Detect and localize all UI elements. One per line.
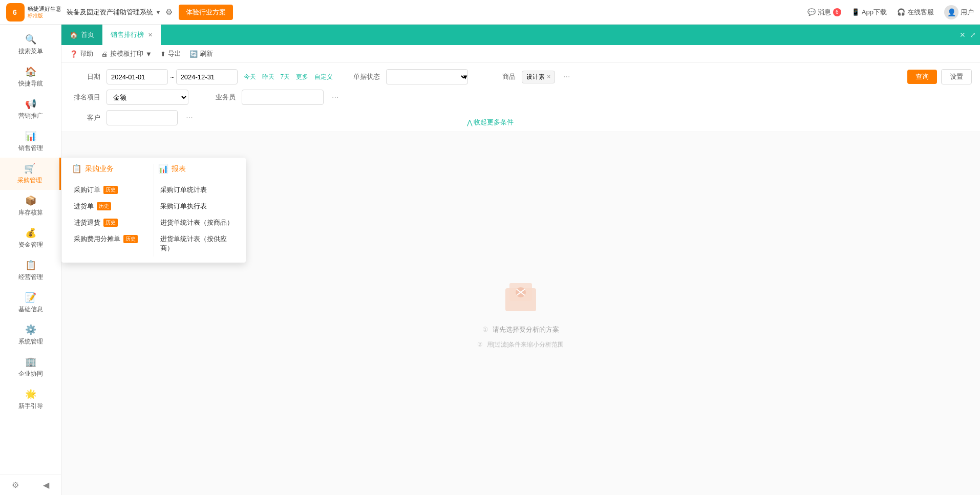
system-dropdown-btn[interactable]: ▼ <box>155 9 161 16</box>
sales-icon: 📊 <box>25 131 36 142</box>
shortcut-more[interactable]: 更多 <box>296 73 308 81</box>
sidebar-item-operations[interactable]: 📋 经营管理 <box>0 254 61 287</box>
sidebar-item-funds[interactable]: 💰 资金管理 <box>0 222 61 254</box>
tab-close-btn[interactable]: ✕ <box>960 31 966 39</box>
goods-more-btn[interactable]: ··· <box>561 72 572 81</box>
date-start-input[interactable] <box>106 69 168 84</box>
sidebar-item-sales[interactable]: 📊 销售管理 <box>0 125 61 158</box>
app-download-btn[interactable]: 📱 App下载 <box>851 8 887 17</box>
marketing-icon: 📢 <box>25 98 36 110</box>
salesperson-input[interactable] <box>242 90 324 105</box>
toolbar-export[interactable]: ⬆ 导出 <box>160 49 181 58</box>
operations-icon: 📋 <box>25 260 36 271</box>
sidebar-item-search[interactable]: 🔍 搜索菜单 <box>0 29 61 61</box>
empty-illustration <box>495 278 546 319</box>
shortcut-7days[interactable]: 7天 <box>281 73 290 81</box>
goods-tag: 设计素 × <box>522 71 555 83</box>
svg-text:6: 6 <box>13 8 17 16</box>
filter-actions: 查询 设置 <box>907 69 972 84</box>
dropdown-col-purchase: 📋 采购业务 采购订单 历史 进货单 历史 进货退货 历史 <box>68 164 154 256</box>
sidebar-item-inventory[interactable]: 📦 库存核算 <box>0 190 61 222</box>
filter-area: 日期 ~ 今天 昨天 7天 更多 自定义 单据状态 ▼ 商品 设计素 × <box>61 63 980 132</box>
dropdown-item-goods-receipt-stats-by-goods[interactable]: 进货单统计表（按商品） <box>158 214 236 231</box>
phone-icon: 📱 <box>851 8 860 16</box>
toolbar-help[interactable]: ❓ 帮助 <box>70 49 93 58</box>
help-icon: ❓ <box>70 50 78 58</box>
date-range: ~ <box>106 69 238 84</box>
history-badge-2: 历史 <box>103 219 118 227</box>
tab-close-sales-rank[interactable]: ✕ <box>148 32 153 38</box>
message-icon: 💬 <box>807 8 816 16</box>
dropdown-item-goods-receipt[interactable]: 进货单 历史 <box>72 198 150 214</box>
logo-icon: 6 <box>6 3 25 21</box>
salesperson-more-btn[interactable]: ··· <box>330 93 340 102</box>
dropdown-item-purchase-expense[interactable]: 采购费用分摊单 历史 <box>72 231 150 247</box>
sidebar-item-purchase[interactable]: 🛒 采购管理 <box>0 158 61 190</box>
inventory-icon: 📦 <box>25 195 36 206</box>
toolbar: ❓ 帮助 🖨 按模板打印 ▼ ⬆ 导出 🔄 刷新 <box>61 45 980 63</box>
toolbar-print[interactable]: 🖨 按模板打印 ▼ <box>101 49 152 58</box>
tabbar-right: ✕ ⤢ <box>960 31 980 39</box>
shortcut-custom[interactable]: 自定义 <box>314 73 333 81</box>
headset-icon: 🎧 <box>897 8 905 16</box>
dropdown-item-purchase-order-exec[interactable]: 采购订单执行表 <box>158 198 236 214</box>
sidebar-item-marketing[interactable]: 📢 营销推广 <box>0 93 61 125</box>
sidebar-bottom: ⚙ ◀ <box>0 475 61 495</box>
avatar: 👤 <box>944 5 958 19</box>
content-area: 🏠 首页 销售排行榜 ✕ ✕ ⤢ ❓ 帮助 🖨 按模板打印 ▼ <box>61 25 980 495</box>
sidebar-item-enterprise[interactable]: 🏢 企业协同 <box>0 351 61 383</box>
dropdown-item-purchase-order[interactable]: 采购订单 历史 <box>72 182 150 198</box>
dropdown-item-goods-return[interactable]: 进货退货 历史 <box>72 214 150 231</box>
query-btn[interactable]: 查询 <box>907 70 937 84</box>
rank-item-select[interactable]: 金额 <box>106 90 188 105</box>
purchase-business-icon: 📋 <box>72 164 82 174</box>
dropdown-item-purchase-order-stats[interactable]: 采购订单统计表 <box>158 182 236 198</box>
collapse-btn[interactable]: ⋀ 收起更多条件 <box>467 118 514 127</box>
user-btn[interactable]: 👤 用户 <box>944 5 974 19</box>
message-btn[interactable]: 💬 消息 6 <box>807 8 841 17</box>
shortcut-yesterday[interactable]: 昨天 <box>262 73 274 81</box>
topbar-right: 💬 消息 6 📱 App下载 🎧 在线客服 👤 用户 <box>807 5 974 19</box>
customer-more-btn[interactable]: ··· <box>184 113 195 122</box>
main-layout: 🔍 搜索菜单 🏠 快捷导航 📢 营销推广 📊 销售管理 🛒 采购管理 📦 库存核… <box>0 25 980 495</box>
tab-sales-rank[interactable]: 销售排行榜 ✕ <box>102 25 161 45</box>
toolbar-refresh[interactable]: 🔄 刷新 <box>189 49 213 58</box>
reports-icon: 📊 <box>158 164 168 174</box>
tab-home[interactable]: 🏠 首页 <box>61 25 102 45</box>
date-end-input[interactable] <box>176 69 238 84</box>
collapse-icon: ⋀ <box>467 119 473 126</box>
sidebar-item-quick-nav[interactable]: 🏠 快捷导航 <box>0 61 61 93</box>
filter-row-1: 日期 ~ 今天 昨天 7天 更多 自定义 单据状态 ▼ 商品 设计素 × <box>70 69 972 84</box>
enterprise-icon: 🏢 <box>25 356 36 368</box>
goods-tag-close[interactable]: × <box>547 73 550 80</box>
filter-row-2: 排名项目 金额 业务员 ··· <box>70 90 972 105</box>
settings-icon-btn[interactable]: ⚙ <box>165 7 173 17</box>
sidebar-settings-btn[interactable]: ⚙ <box>12 480 19 490</box>
dropdown-item-goods-receipt-stats-by-supplier[interactable]: 进货单统计表（按供应商） <box>158 231 236 256</box>
doc-status-select[interactable] <box>386 69 468 84</box>
sidebar-item-system[interactable]: ⚙️ 系统管理 <box>0 319 61 351</box>
logo: 6 畅捷通好生意 标准版 <box>6 3 62 21</box>
sidebar-item-guide[interactable]: 🌟 新手引导 <box>0 383 61 416</box>
history-badge-1: 历史 <box>97 202 111 210</box>
filter-settings-btn[interactable]: 设置 <box>941 69 972 84</box>
industry-btn[interactable]: 体验行业方案 <box>179 5 233 20</box>
purchase-dropdown-menu: 📋 采购业务 采购订单 历史 进货单 历史 进货退货 历史 <box>61 158 246 263</box>
print-dropdown-icon: ▼ <box>145 50 152 58</box>
logo-text: 畅捷通好生意 标准版 <box>28 5 61 19</box>
message-badge: 6 <box>833 8 841 16</box>
salesperson-label: 业务员 <box>205 93 236 102</box>
dropdown-col2-title: 📊 报表 <box>158 164 236 177</box>
sidebar: 🔍 搜索菜单 🏠 快捷导航 📢 营销推广 📊 销售管理 🛒 采购管理 📦 库存核… <box>0 25 61 495</box>
shortcut-today[interactable]: 今天 <box>244 73 256 81</box>
system-icon: ⚙️ <box>25 324 36 335</box>
online-service-btn[interactable]: 🎧 在线客服 <box>897 8 934 17</box>
sidebar-collapse-btn[interactable]: ◀ <box>43 480 49 490</box>
tab-expand-btn[interactable]: ⤢ <box>970 31 976 39</box>
sidebar-item-basic-info[interactable]: 📝 基础信息 <box>0 287 61 319</box>
goods-label: 商品 <box>485 72 516 81</box>
history-badge-3: 历史 <box>123 235 138 243</box>
customer-input[interactable] <box>106 110 178 125</box>
basic-info-icon: 📝 <box>25 292 36 303</box>
date-label: 日期 <box>70 72 100 81</box>
